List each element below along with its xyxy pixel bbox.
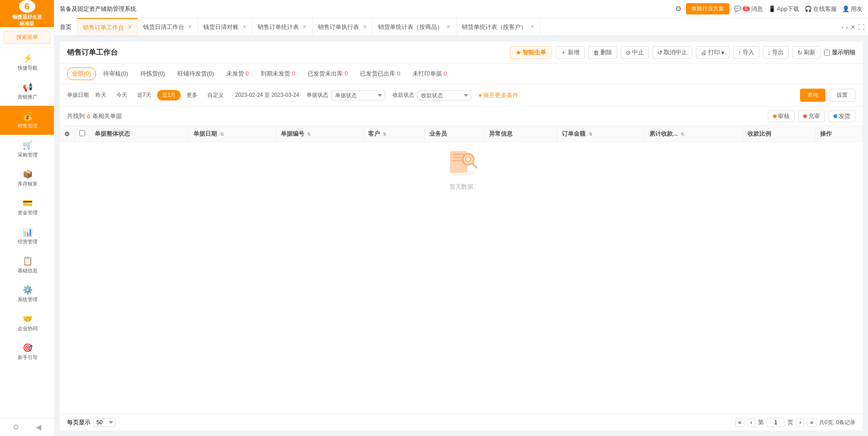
filter-setting-btn[interactable]: 设置 — [829, 89, 855, 102]
stop-btn[interactable]: ⊘ 中止 — [621, 46, 649, 59]
next-page-btn[interactable]: › — [796, 418, 804, 427]
add-btn[interactable]: ＋ 新增 — [556, 46, 585, 59]
delete-label: 删除 — [600, 48, 612, 57]
sidebar-item-newbie[interactable]: 🎯 新手引导 — [0, 337, 54, 366]
tab-sales-summary-product[interactable]: 销货单统计表（按商品） ✕ — [373, 18, 456, 36]
online-service-btn[interactable]: 🎧 在线客服 — [805, 5, 837, 13]
col-date[interactable]: 单据日期 ⇅ — [188, 126, 276, 142]
date-filter-buttons: 昨天 今天 近7天 近1月 更多 自定义 — [91, 90, 228, 100]
sub-tab-overdue[interactable]: 到期未发货 0 — [256, 67, 300, 80]
tab-close[interactable]: ✕ — [530, 24, 534, 30]
date-more-btn[interactable]: 更多 — [182, 90, 201, 100]
stop-icon: ⊘ — [626, 49, 631, 56]
sidebar-item-enterprise[interactable]: 🤝 企业协同 — [0, 308, 54, 337]
payment-filter-label: 收款状态 — [393, 91, 414, 99]
sub-tab-pending-check[interactable]: 待拣货(0) — [135, 67, 170, 80]
sub-tab-wangpu[interactable]: 旺铺待发货(0) — [173, 67, 219, 80]
show-detail-input[interactable] — [824, 50, 830, 56]
sub-tab-pending-review[interactable]: 待审核(0) — [98, 67, 133, 80]
prev-page-btn[interactable]: ‹ — [747, 418, 755, 427]
col-number[interactable]: 单据编号 ⇅ — [276, 126, 363, 142]
select-all-checkbox[interactable] — [79, 130, 85, 136]
sidebar-item-system[interactable]: ⚙️ 系统管理 — [0, 280, 54, 308]
sub-tab-shipped-not-out[interactable]: 已发货未出库 0 — [302, 67, 353, 80]
review-dot — [773, 114, 777, 118]
sidebar-item-operation[interactable]: 📊 经营管理 — [0, 222, 54, 251]
sidebar-item-marketing[interactable]: 📢 营销推广 — [0, 77, 54, 106]
user-btn[interactable]: 👤 用友 — [842, 5, 863, 13]
tab-cash-daily-close[interactable]: ✕ — [188, 24, 192, 30]
refresh-btn[interactable]: ↻ 刷新 — [792, 46, 820, 59]
sub-tab-all[interactable]: 全部(0) — [67, 67, 96, 80]
show-detail-checkbox[interactable]: 显示明细 — [824, 48, 855, 57]
sidebar-item-inventory[interactable]: 📦 库存核算 — [0, 164, 54, 193]
app-download-label: App下载 — [777, 5, 799, 13]
ship-btn[interactable]: 发货 — [829, 110, 855, 122]
tab-home[interactable]: 首页 — [54, 18, 77, 36]
date-custom-btn[interactable]: 自定义 — [203, 90, 228, 100]
message-icon: 💬 — [734, 5, 741, 12]
query-btn[interactable]: 查询 — [800, 89, 825, 102]
sidebar-search-button[interactable]: 搜索菜单 — [4, 31, 50, 44]
review-btn[interactable]: 审核 — [768, 110, 795, 122]
date-7days-btn[interactable]: 近7天 — [133, 90, 155, 100]
tab-sales-exec-close[interactable]: ✕ — [363, 24, 367, 30]
tab-sales-summary-client[interactable]: 销货单统计表（按客户） ✕ — [456, 18, 540, 36]
print-btn[interactable]: 🖨 打印 ▾ — [696, 46, 729, 59]
tab-scroll-right-icon[interactable]: › — [846, 24, 848, 31]
col-received[interactable]: 累计收款... ⇅ — [645, 126, 743, 142]
tab-sales-stats[interactable]: 销售订单统计表 ✕ — [252, 18, 312, 36]
data-table: ⚙ 单据整体状态 单据日期 ⇅ — [60, 126, 863, 142]
first-page-btn[interactable]: « — [735, 418, 745, 427]
top-header: 装备及固定资产辅助管理系统 ⚙ 体验行业方案 💬 6 消息 📱 App下载 🎧 … — [54, 0, 868, 18]
col-amount[interactable]: 订单金额 ⇅ — [557, 126, 645, 142]
sidebar-collapse-icon[interactable]: ◀ — [36, 423, 41, 431]
sidebar-item-basic[interactable]: 📋 基础信息 — [0, 251, 54, 280]
sidebar-item-quick-nav[interactable]: ⚡ 快捷导航 — [0, 48, 54, 77]
tab-scroll-left-icon[interactable]: ‹ — [842, 24, 844, 31]
sub-tab-not-printed[interactable]: 未打印单据 0 — [408, 67, 452, 80]
sidebar-item-sales[interactable]: 💰 销售管理 — [0, 106, 54, 135]
tab-cash-reconcile[interactable]: 钱货日清对账 ✕ — [198, 18, 252, 36]
table-scroll-container: ⚙ 单据整体状态 单据日期 ⇅ — [60, 126, 863, 414]
tab-fullscreen-icon[interactable]: ⛶ — [858, 24, 864, 31]
tab-sales-workbench[interactable]: 销售订单工作台 ✕ — [77, 18, 138, 36]
tab-cash-reconcile-close[interactable]: ✕ — [242, 24, 246, 30]
last-page-btn[interactable]: » — [807, 418, 816, 427]
tab-sales-stats-close[interactable]: ✕ — [302, 24, 307, 30]
expand-filter-btn[interactable]: ▾ 展开更多条件 — [479, 91, 518, 100]
sub-tab-not-shipped[interactable]: 未发货 0 — [221, 67, 254, 80]
header-settings-icon[interactable]: ⚙ — [675, 5, 681, 13]
status-filter-select[interactable]: 单据状态 — [331, 90, 385, 100]
payment-filter-select[interactable]: 收款状态 — [417, 90, 471, 100]
tab-sales-exec[interactable]: 销售订单执行表 ✕ — [312, 18, 373, 36]
tab-close[interactable]: ✕ — [446, 24, 451, 30]
date-1month-btn[interactable]: 近1月 — [157, 90, 181, 100]
date-yesterday-btn[interactable]: 昨天 — [91, 90, 110, 100]
import-btn[interactable]: ↑ 导入 — [733, 46, 759, 59]
page-suffix: 页 — [787, 418, 793, 427]
industry-btn[interactable]: 体验行业方案 — [686, 3, 729, 14]
result-suffix: 条相关单据 — [92, 112, 122, 120]
date-today-btn[interactable]: 今天 — [112, 90, 131, 100]
tab-close-all-icon[interactable]: ✕ — [850, 24, 856, 31]
gear-col-icon[interactable]: ⚙ — [64, 131, 70, 137]
sub-tab-shipped-out[interactable]: 已发货已出库 0 — [355, 67, 405, 80]
export-btn[interactable]: ↓ 导出 — [763, 46, 789, 59]
app-download-btn[interactable]: 📱 App下载 — [768, 5, 799, 13]
col-amount-sort: ⇅ — [589, 132, 592, 137]
sidebar-item-purchase[interactable]: 🛒 采购管理 — [0, 135, 54, 164]
cancel-review-btn[interactable]: 充审 — [798, 110, 825, 122]
cancel-stop-btn[interactable]: ↺ 取消中止 — [652, 46, 692, 59]
tab-cash-daily[interactable]: 钱货日清工作台 ✕ — [138, 18, 198, 36]
col-client[interactable]: 客户 ⇅ — [363, 126, 425, 142]
message-btn[interactable]: 💬 6 消息 — [734, 5, 763, 13]
page-size-select[interactable]: 20 50 100 — [93, 418, 115, 427]
sidebar-item-finance[interactable]: 💳 资金管理 — [0, 193, 54, 222]
finance-icon: 💳 — [23, 198, 33, 208]
delete-btn[interactable]: 🗑 删除 — [588, 46, 617, 59]
tab-sales-workbench-close[interactable]: ✕ — [128, 24, 132, 30]
page-input[interactable] — [767, 418, 785, 427]
smart-order-btn[interactable]: ★ 智能生单 — [510, 46, 552, 59]
sidebar-settings-icon[interactable]: ⚙ — [13, 423, 19, 431]
